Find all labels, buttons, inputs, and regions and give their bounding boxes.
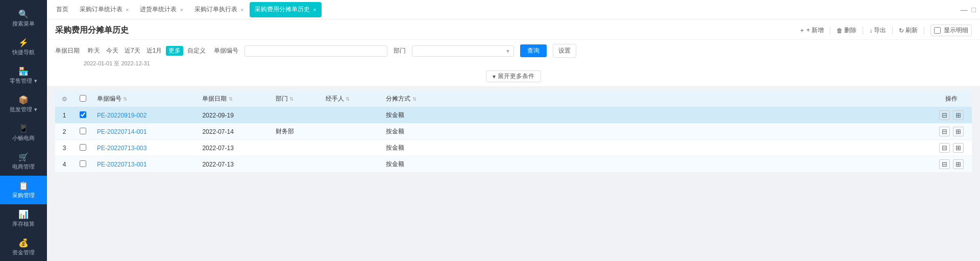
doc-no-link-3[interactable]: PE-20220713-003: [97, 145, 146, 152]
sidebar-item-shortcut[interactable]: ⚡快捷导航: [0, 33, 47, 61]
maximize-icon[interactable]: □: [972, 6, 976, 14]
tab-purchase-order-stat[interactable]: 采购订单统计表 ×: [75, 2, 134, 17]
export-button[interactable]: ↓ 导出: [869, 26, 886, 35]
dept-dropdown-icon: ▾: [506, 48, 509, 55]
row-checkbox-2: [74, 124, 92, 140]
sidebar: 🔍搜索菜单⚡快捷导航🏪零售管理 ▾📦批发管理 ▾📱小畅电商🛒电商管理📋采购管理📊…: [0, 0, 47, 261]
table-row: 2 PE-20220714-001 2022-07-14 财务部 按金额 ⊟ ⊞: [55, 124, 972, 140]
row-split-method-4: 按金额: [381, 156, 931, 173]
date-range-display: 2022-01-01 至 2022-12-31: [84, 60, 150, 66]
sidebar-item-ecom[interactable]: 🛒电商管理: [0, 147, 47, 176]
row-handler-4: [321, 156, 381, 173]
col-handler: 经手人 ⇅: [321, 91, 381, 107]
shortcut-1month[interactable]: 近1月: [144, 46, 164, 56]
row-edit-3[interactable]: ⊞: [953, 143, 964, 153]
data-table: ⚙ 单据编号 ⇅ 单据日期 ⇅: [55, 91, 972, 173]
shortcut-yesterday[interactable]: 昨天: [86, 46, 102, 56]
doc-no-link-1[interactable]: PE-20220919-002: [97, 112, 146, 119]
sidebar-item-purchase[interactable]: 📋采购管理: [0, 176, 47, 204]
main-area: 首页 采购订单统计表 × 进货单统计表 × 采购订单执行表 × 采购费用分摊单历…: [47, 0, 980, 261]
row-dept-1: [271, 107, 321, 124]
doc-no-link-2[interactable]: PE-20220714-001: [97, 128, 146, 135]
row-doc-date-3: 2022-07-13: [197, 140, 270, 156]
gear-icon[interactable]: ⚙: [62, 96, 67, 103]
sidebar-item-search[interactable]: 🔍搜索菜单: [0, 4, 47, 33]
close-tab-purchase-order-exec[interactable]: ×: [240, 7, 243, 13]
shortcut-7days[interactable]: 近7天: [122, 46, 142, 56]
row-check-2[interactable]: [80, 128, 86, 134]
doc-no-label: 单据编号: [214, 46, 238, 55]
table-row: 3 PE-20220713-003 2022-07-13 按金额 ⊟ ⊞: [55, 140, 972, 156]
row-check-1[interactable]: [80, 111, 86, 118]
close-tab-purchase-cost-split[interactable]: ×: [313, 7, 316, 13]
sort-split-method[interactable]: ⇅: [412, 96, 416, 102]
sidebar-item-retail[interactable]: 🏪零售管理 ▾: [0, 61, 47, 90]
show-cols-checkbox[interactable]: [934, 27, 941, 34]
row-checkbox-3: [74, 140, 92, 156]
row-doc-date-4: 2022-07-13: [197, 156, 270, 173]
close-tab-stock-in-stat[interactable]: ×: [180, 7, 183, 13]
row-handler-2: [321, 124, 381, 140]
sidebar-item-wholesale[interactable]: 📦批发管理 ▾: [0, 90, 47, 118]
col-dept-label: 部门: [276, 95, 288, 102]
select-all-checkbox[interactable]: [80, 95, 86, 102]
tab-purchase-order-exec[interactable]: 采购订单执行表 ×: [189, 2, 249, 17]
sort-doc-date[interactable]: ⇅: [229, 96, 233, 102]
date-shortcuts: 昨天 今天 近7天 近1月 更多 自定义: [86, 46, 208, 56]
show-cols-button[interactable]: 显示明细: [930, 25, 972, 36]
row-actions-3: ⊟ ⊞: [931, 140, 972, 156]
sort-doc-no[interactable]: ⇅: [123, 96, 127, 102]
dept-select[interactable]: ▾: [412, 45, 514, 57]
shortcut-more[interactable]: 更多: [166, 46, 183, 56]
divider-2: [863, 27, 863, 35]
row-num-4: 4: [55, 156, 74, 173]
query-button[interactable]: 查询: [520, 44, 547, 57]
row-doc-date-1: 2022-09-19: [197, 107, 270, 124]
row-edit-2[interactable]: ⊞: [953, 127, 964, 136]
col-gear: ⚙: [55, 91, 74, 107]
close-tab-purchase-order-stat[interactable]: ×: [126, 7, 129, 13]
expand-more-button[interactable]: ▾ 展开更多条件: [486, 70, 541, 82]
sidebar-item-mini[interactable]: 📱小畅电商: [0, 118, 47, 147]
row-view-3[interactable]: ⊟: [939, 143, 950, 153]
sort-handler[interactable]: ⇅: [346, 96, 350, 102]
page-title: 采购费用分摊单历史: [55, 25, 129, 36]
header-actions: + + 新增 🗑 删除 ↓ 导出 ↻ 刷新: [800, 25, 972, 36]
tab-stock-in-stat[interactable]: 进货单统计表 ×: [135, 2, 188, 17]
row-view-4[interactable]: ⊟: [939, 159, 950, 169]
row-check-4[interactable]: [80, 160, 86, 167]
delete-button[interactable]: 🗑 删除: [837, 26, 856, 35]
delete-icon: 🗑: [837, 27, 843, 34]
row-view-1[interactable]: ⊟: [939, 110, 950, 120]
tab-home[interactable]: 首页: [51, 2, 74, 17]
shortcut-today[interactable]: 今天: [104, 46, 120, 56]
col-handler-label: 经手人: [326, 95, 344, 102]
doc-no-input[interactable]: [244, 45, 387, 57]
row-view-2[interactable]: ⊟: [939, 127, 950, 136]
row-split-method-2: 按金额: [381, 124, 931, 140]
divider-3: [892, 27, 893, 35]
minimize-icon[interactable]: —: [961, 6, 968, 14]
row-doc-no-2: PE-20220714-001: [92, 124, 197, 140]
table-body: 1 PE-20220919-002 2022-09-19 按金额 ⊟ ⊞ 2: [55, 107, 972, 173]
row-check-3[interactable]: [80, 144, 86, 151]
refresh-button[interactable]: ↻ 刷新: [899, 26, 918, 35]
row-doc-date-2: 2022-07-14: [197, 124, 270, 140]
filter-row-main: 单据日期 昨天 今天 近7天 近1月 更多 自定义 单据编号 部门 ▾ 查询 设…: [55, 44, 972, 58]
row-edit-1[interactable]: ⊞: [953, 110, 964, 120]
col-checkbox: [74, 91, 92, 107]
tab-bar-actions: — □: [961, 6, 976, 14]
sort-dept[interactable]: ⇅: [289, 96, 293, 102]
shortcut-custom[interactable]: 自定义: [185, 46, 208, 56]
row-edit-4[interactable]: ⊞: [953, 159, 964, 169]
tab-purchase-cost-split[interactable]: 采购费用分摊单历史 ×: [250, 2, 321, 17]
add-button[interactable]: + + 新增: [800, 26, 824, 35]
doc-no-link-4[interactable]: PE-20220713-001: [97, 161, 146, 168]
sidebar-item-inventory[interactable]: 📊库存核算: [0, 204, 47, 233]
tab-bar: 首页 采购订单统计表 × 进货单统计表 × 采购订单执行表 × 采购费用分摊单历…: [47, 0, 980, 19]
expand-more-row: ▾ 展开更多条件: [55, 70, 972, 82]
settings-button[interactable]: 设置: [553, 44, 576, 58]
col-split-method-label: 分摊方式: [386, 95, 410, 102]
row-doc-no-3: PE-20220713-003: [92, 140, 197, 156]
sidebar-item-finance[interactable]: 💰资金管理: [0, 233, 47, 261]
